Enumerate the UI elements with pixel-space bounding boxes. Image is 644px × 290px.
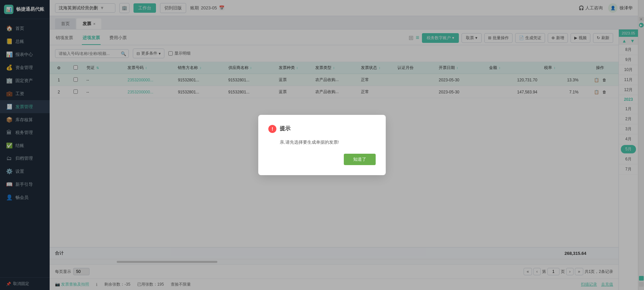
dialog-warning-icon: !: [268, 125, 276, 133]
dialog-body: 亲,请先选择要生成单据的发票!: [268, 139, 376, 146]
dialog-header: ! 提示: [268, 125, 376, 133]
dialog-overlay[interactable]: ! 提示 亲,请先选择要生成单据的发票! 知道了: [0, 0, 644, 290]
exclamation-icon: !: [272, 126, 273, 132]
dialog: ! 提示 亲,请先选择要生成单据的发票! 知道了: [258, 115, 386, 175]
dialog-message: 亲,请先选择要生成单据的发票!: [280, 140, 339, 145]
dialog-footer: 知道了: [268, 154, 376, 165]
dialog-title: 提示: [280, 125, 290, 132]
dialog-confirm-btn[interactable]: 知道了: [344, 154, 376, 165]
